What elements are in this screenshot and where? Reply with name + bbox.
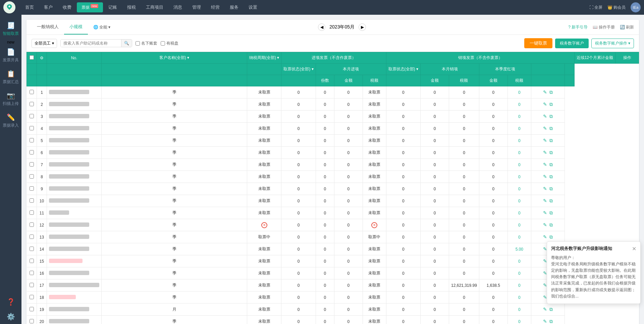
edit-btn[interactable]: ✎ (542, 113, 548, 120)
row-checkbox[interactable] (30, 90, 34, 94)
employee-filter[interactable]: 全部员工 ▾ (32, 39, 57, 48)
row-checkbox[interactable] (30, 210, 34, 215)
row-checkbox[interactable] (30, 307, 34, 311)
row-checkbox-cell[interactable] (27, 219, 37, 231)
row-ops-cell[interactable]: ✎ ⧉ (531, 123, 565, 135)
row-checkbox[interactable] (30, 198, 34, 203)
nav-item-service[interactable]: 服务 (225, 2, 243, 12)
refresh-link[interactable]: 🔄 刷新 (620, 24, 634, 30)
nav-item-bookkeeping[interactable]: 记账 (104, 2, 122, 12)
row-checkbox-cell[interactable] (27, 231, 37, 243)
copy-btn[interactable]: ⧉ (549, 185, 553, 192)
th-select-all[interactable] (27, 52, 37, 64)
th-tax-period[interactable]: 纳税周期(全部) ▾ (247, 52, 281, 64)
edit-btn[interactable]: ✎ (542, 209, 548, 216)
row-checkbox[interactable] (30, 186, 34, 191)
edit-btn[interactable]: ✎ (542, 89, 548, 95)
row-checkbox[interactable] (30, 162, 34, 167)
sidebar-item-gear[interactable]: ⚙️ (0, 309, 21, 324)
row-checkbox-cell[interactable] (27, 135, 37, 147)
new-guide-link[interactable]: ? 新手引导 (568, 24, 588, 30)
copy-btn[interactable]: ⧉ (549, 197, 553, 204)
row-checkbox[interactable] (30, 174, 34, 179)
th-take-status-in[interactable]: 取票状态(全部) ▾ (281, 64, 316, 75)
row-checkbox[interactable] (30, 114, 34, 118)
nav-item-operation[interactable]: 经营 (206, 2, 224, 12)
row-ops-cell[interactable]: ✎ ⧉ (531, 99, 565, 111)
row-checkbox-cell[interactable] (27, 291, 37, 304)
tab-general-taxpayer[interactable]: 一般纳税人 (32, 20, 64, 35)
th-take-status-out[interactable]: 取票状态(全部) ▾ (386, 64, 420, 75)
tax-digital-btn[interactable]: 税务数字账户 (555, 39, 589, 48)
row-checkbox-cell[interactable] (27, 99, 37, 111)
row-ops-cell[interactable]: ✎ ⧉ (531, 147, 565, 159)
tax-disk-checkbox[interactable] (161, 41, 165, 46)
copy-btn[interactable]: ⧉ (549, 234, 553, 241)
row-checkbox-cell[interactable] (27, 111, 37, 123)
row-ops-cell[interactable]: ✎ ⧉ (531, 86, 565, 99)
sidebar-item-scan-upload[interactable]: 📷 扫描上传 (0, 88, 21, 110)
nav-item-home[interactable]: 首页 (20, 2, 39, 12)
row-checkbox-cell[interactable] (27, 279, 37, 291)
row-checkbox[interactable] (30, 295, 34, 299)
copy-btn[interactable]: ⧉ (549, 306, 553, 313)
edit-btn[interactable]: ✎ (542, 137, 548, 144)
nav-item-fee[interactable]: 收费 (58, 2, 76, 12)
edit-btn[interactable]: ✎ (542, 306, 548, 313)
edit-btn[interactable]: ✎ (542, 125, 548, 132)
sidebar-item-invoice-issue[interactable]: 📄 发票开具 (0, 45, 21, 66)
avatar[interactable]: tEa (631, 2, 641, 12)
copy-btn[interactable]: ⧉ (549, 101, 553, 108)
copy-btn[interactable]: ⧉ (549, 161, 553, 168)
tax-disk-checkbox-label[interactable]: 有税盘 (161, 41, 178, 46)
member-btn[interactable]: 👑 购会员 (607, 5, 626, 10)
row-ops-cell[interactable]: ✎ ⧉ (531, 135, 565, 147)
row-checkbox-cell[interactable] (27, 183, 37, 195)
next-period-btn[interactable]: ▶ (359, 23, 366, 31)
row-ops-cell[interactable]: ✎ ⧉ (531, 111, 565, 123)
row-checkbox[interactable] (30, 319, 34, 323)
edit-btn[interactable]: ✎ (542, 173, 548, 180)
edit-btn[interactable]: ✎ (542, 318, 548, 324)
nav-item-business[interactable]: 工商项目 (141, 2, 168, 12)
copy-btn[interactable]: ⧉ (549, 113, 553, 120)
copy-btn[interactable]: ⧉ (549, 89, 553, 96)
copy-btn[interactable]: ⧉ (549, 209, 553, 216)
row-checkbox[interactable] (30, 259, 34, 263)
th-client-name[interactable]: 客户名称(全部) ▾ (102, 52, 247, 64)
nav-item-client[interactable]: 客户 (39, 2, 57, 12)
copy-btn[interactable]: ⧉ (549, 149, 553, 156)
copy-btn[interactable]: ⧉ (549, 137, 553, 144)
edit-btn[interactable]: ✎ (542, 234, 548, 240)
edit-btn[interactable]: ✎ (542, 197, 548, 204)
row-checkbox[interactable] (30, 102, 34, 106)
row-ops-cell[interactable]: ✎ ⧉ (531, 183, 565, 195)
popup-close-btn[interactable]: ✕ (632, 246, 636, 252)
subledger-checkbox[interactable] (136, 41, 140, 46)
nav-item-settings[interactable]: 设置 (244, 2, 262, 12)
copy-btn[interactable]: ⧉ (549, 173, 553, 180)
sidebar-item-ticket-entry[interactable]: ✏️ 票据录入 (0, 110, 21, 132)
subledger-checkbox-label[interactable]: 名下账套 (136, 41, 157, 46)
edit-btn[interactable]: ✎ (542, 185, 548, 192)
sidebar-item-help[interactable]: ❓ (0, 295, 21, 309)
row-checkbox-cell[interactable] (27, 86, 37, 99)
row-checkbox-cell[interactable] (27, 195, 37, 207)
row-checkbox-cell[interactable] (27, 171, 37, 183)
copy-btn[interactable]: ⧉ (549, 221, 553, 229)
row-checkbox-cell[interactable] (27, 304, 37, 316)
row-checkbox[interactable] (30, 283, 34, 287)
row-checkbox[interactable] (30, 126, 34, 130)
search-input[interactable] (61, 40, 121, 47)
fullscreen-btn[interactable]: ⛶ 全屏 (589, 5, 602, 10)
row-checkbox-cell[interactable] (27, 147, 37, 159)
copy-btn[interactable]: ⧉ (549, 318, 553, 324)
row-checkbox-cell[interactable] (27, 267, 37, 279)
sidebar-item-smart-ticket[interactable]: 🧾 智能取票 (0, 18, 21, 40)
nav-item-message[interactable]: 消息 (169, 2, 187, 12)
edit-btn[interactable]: ✎ (542, 101, 548, 108)
row-ops-cell[interactable]: ✎ ⧉ (531, 159, 565, 171)
search-button[interactable]: 🔍 (121, 40, 132, 47)
edit-btn[interactable]: ✎ (542, 221, 548, 228)
copy-btn[interactable]: ⧉ (549, 125, 553, 132)
